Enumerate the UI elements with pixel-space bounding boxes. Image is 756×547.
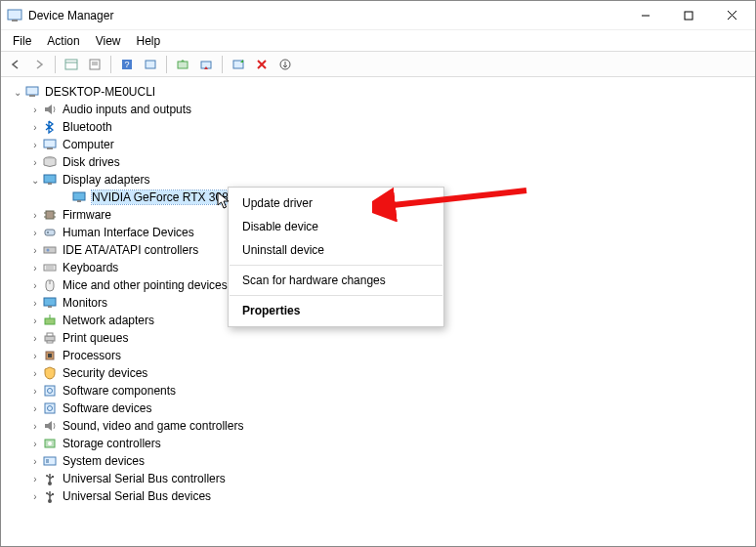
disable-device-button[interactable] xyxy=(195,54,217,75)
tree-category[interactable]: ›Processors xyxy=(7,347,751,364)
expand-icon[interactable]: ⌄ xyxy=(28,175,42,186)
minimize-button[interactable] xyxy=(624,2,667,29)
tree-category-label: Software components xyxy=(63,384,176,398)
tree-category[interactable]: ›Bluetooth xyxy=(7,118,751,136)
expand-icon[interactable]: › xyxy=(28,228,42,238)
expand-icon[interactable]: › xyxy=(28,368,42,379)
tree-category-label: Mice and other pointing devices xyxy=(63,278,228,292)
add-legacy-button[interactable] xyxy=(274,54,296,75)
tree-category-label: Network adapters xyxy=(63,314,154,327)
tree-category-label: Firmware xyxy=(63,208,111,222)
expand-icon[interactable]: › xyxy=(28,157,42,168)
expand-icon[interactable]: › xyxy=(28,105,42,115)
expand-icon[interactable]: › xyxy=(28,263,42,274)
context-menu-item[interactable]: Scan for hardware changes xyxy=(229,269,443,292)
tree-category[interactable]: ›Storage controllers xyxy=(7,435,751,452)
tree-root-label: DESKTOP-ME0UCLI xyxy=(45,85,155,99)
expand-icon[interactable]: › xyxy=(28,280,42,291)
tree-category[interactable]: ›Audio inputs and outputs xyxy=(7,101,751,118)
computer-icon xyxy=(24,84,40,100)
forward-button[interactable] xyxy=(28,54,50,75)
computer-icon xyxy=(42,137,58,152)
show-hide-tree-button[interactable] xyxy=(61,54,82,75)
tree-category-label: Print queues xyxy=(63,331,128,345)
svg-rect-20 xyxy=(44,140,56,147)
window-title: Device Manager xyxy=(28,9,624,22)
svg-point-63 xyxy=(46,492,48,494)
update-driver-button[interactable] xyxy=(172,54,193,75)
menu-help[interactable]: Help xyxy=(129,32,169,50)
tree-category-label: Processors xyxy=(63,349,121,362)
expand-icon[interactable]: › xyxy=(28,210,42,221)
tree-category-label: Software devices xyxy=(63,401,151,415)
svg-rect-13 xyxy=(146,61,155,68)
tree-category[interactable]: ›Disk drives xyxy=(7,153,751,171)
printer-icon xyxy=(42,330,58,346)
expand-icon[interactable]: › xyxy=(28,245,42,256)
svg-rect-41 xyxy=(48,306,52,308)
uninstall-device-button[interactable] xyxy=(251,54,273,75)
svg-rect-21 xyxy=(47,147,53,149)
toolbar: ? xyxy=(1,52,755,77)
svg-rect-0 xyxy=(8,10,21,20)
close-button[interactable] xyxy=(710,2,753,29)
expand-icon[interactable]: › xyxy=(28,491,42,502)
tree-root[interactable]: ⌄DESKTOP-ME0UCLI xyxy=(7,83,751,101)
tree-category-label: Universal Serial Bus controllers xyxy=(63,472,226,485)
menu-action[interactable]: Action xyxy=(39,32,87,50)
tree-category[interactable]: ›Security devices xyxy=(7,364,751,382)
scan-hardware-button[interactable] xyxy=(140,54,161,75)
menu-view[interactable]: View xyxy=(88,32,129,50)
tree-category[interactable]: ›Software devices xyxy=(7,400,751,417)
expand-icon[interactable]: › xyxy=(28,474,42,484)
back-button[interactable] xyxy=(5,54,26,75)
svg-rect-6 xyxy=(65,60,77,69)
expand-icon[interactable]: › xyxy=(28,333,42,344)
security-icon xyxy=(42,365,58,381)
context-menu-item[interactable]: Uninstall device xyxy=(229,238,443,262)
svg-rect-49 xyxy=(45,386,55,396)
tree-category[interactable]: ›Universal Serial Bus controllers xyxy=(7,470,751,487)
expand-icon[interactable]: › xyxy=(28,456,42,467)
enable-device-button[interactable] xyxy=(228,54,249,75)
usb-icon xyxy=(42,488,58,504)
svg-rect-25 xyxy=(73,192,85,200)
expand-icon[interactable]: › xyxy=(28,122,42,133)
tree-category-label: Monitors xyxy=(63,296,107,310)
tree-category[interactable]: ›Software components xyxy=(7,382,751,400)
expand-icon[interactable]: › xyxy=(28,298,42,309)
software-icon xyxy=(42,383,58,399)
expand-icon[interactable]: › xyxy=(28,403,42,414)
maximize-button[interactable] xyxy=(667,2,710,29)
bluetooth-icon xyxy=(42,119,58,135)
tree-category[interactable]: ›Universal Serial Bus devices xyxy=(7,487,751,505)
network-icon xyxy=(42,313,58,328)
help-button[interactable]: ? xyxy=(116,54,138,75)
tree-category-label: Keyboards xyxy=(63,261,118,274)
tree-category[interactable]: ›Print queues xyxy=(7,329,751,347)
expand-icon[interactable]: › xyxy=(28,351,42,361)
svg-rect-14 xyxy=(178,62,188,68)
svg-rect-60 xyxy=(52,476,54,478)
mouse-icon xyxy=(42,277,58,293)
expand-icon[interactable]: › xyxy=(28,386,42,397)
properties-button[interactable] xyxy=(84,54,105,75)
svg-point-33 xyxy=(47,231,49,233)
tree-category[interactable]: ›Sound, video and game controllers xyxy=(7,417,751,435)
tree-category[interactable]: ›Computer xyxy=(7,136,751,153)
chip-icon xyxy=(42,207,58,223)
tree-category[interactable]: ›System devices xyxy=(7,452,751,470)
svg-rect-27 xyxy=(46,211,54,219)
expand-icon[interactable]: › xyxy=(28,316,42,326)
collapse-icon[interactable]: ⌄ xyxy=(11,87,24,98)
expand-icon[interactable]: › xyxy=(28,421,42,432)
context-menu-item[interactable]: Properties xyxy=(229,299,443,322)
svg-rect-51 xyxy=(45,403,55,413)
ide-icon xyxy=(42,242,58,258)
menu-bar: File Action View Help xyxy=(1,30,755,52)
menu-file[interactable]: File xyxy=(5,32,39,50)
svg-rect-45 xyxy=(47,333,53,336)
tree-category-label: Sound, video and game controllers xyxy=(63,419,243,433)
expand-icon[interactable]: › xyxy=(28,439,42,449)
expand-icon[interactable]: › xyxy=(28,140,42,150)
